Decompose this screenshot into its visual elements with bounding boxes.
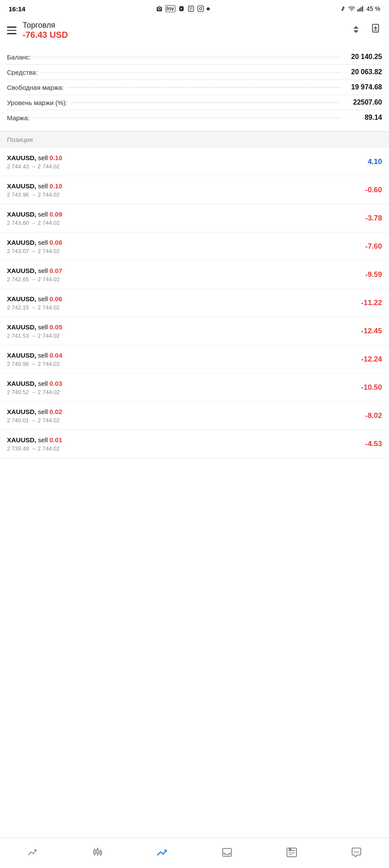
position-left-4: XAUUSD, sell 0.07 2 742.65 → 2 744.02: [7, 267, 62, 283]
nav-trending[interactable]: [130, 846, 194, 858]
sort-icon: [350, 23, 362, 36]
position-left-0: XAUUSD, sell 0.10 2 744.43 → 2 744.02: [7, 154, 62, 170]
position-type-4: sell: [38, 267, 48, 274]
add-document-button[interactable]: [370, 23, 382, 37]
nav-inbox[interactable]: [194, 846, 259, 858]
news-icon: [286, 846, 298, 858]
balance-dots-2: [66, 87, 340, 88]
svg-point-38: [354, 851, 356, 852]
position-type-0: sell: [38, 154, 48, 161]
nav-news[interactable]: [259, 846, 324, 858]
position-item-9[interactable]: XAUUSD, sell 0.02 2 740.01 → 2 744.02 -8…: [0, 402, 389, 430]
svg-rect-4: [198, 6, 203, 11]
balance-value-2: 19 974.68: [343, 83, 382, 91]
position-item-1[interactable]: XAUUSD, sell 0.10 2 743.96 → 2 744.02 -0…: [0, 176, 389, 204]
position-lot-10: 0.01: [49, 436, 62, 444]
position-item-8[interactable]: XAUUSD, sell 0.03 2 740.52 → 2 744.02 -1…: [0, 374, 389, 402]
svg-rect-11: [362, 6, 363, 11]
position-type-3: sell: [38, 239, 48, 246]
page-title: Торговля: [23, 21, 68, 30]
chat-icon: [350, 846, 363, 858]
position-left-7: XAUUSD, sell 0.04 2 740.96 → 2 744.02: [7, 352, 62, 367]
position-item-0[interactable]: XAUUSD, sell 0.10 2 744.43 → 2 744.02 4.…: [0, 148, 389, 176]
position-item-5[interactable]: XAUUSD, sell 0.06 2 742.15 → 2 744.02 -1…: [0, 289, 389, 317]
svg-rect-8: [357, 10, 358, 12]
svg-rect-9: [359, 8, 360, 11]
nav-chart[interactable]: [65, 846, 129, 858]
position-item-7[interactable]: XAUUSD, sell 0.04 2 740.96 → 2 744.02 -1…: [0, 345, 389, 374]
svg-rect-33: [287, 848, 297, 857]
position-left-10: XAUUSD, sell 0.01 2 739.49 → 2 744.02: [7, 436, 62, 452]
balance-dots-3: [70, 102, 340, 103]
position-left-8: XAUUSD, sell 0.03 2 740.52 → 2 744.02: [7, 380, 62, 395]
svg-point-6: [202, 7, 203, 8]
position-item-2[interactable]: XAUUSD, sell 0.09 2 743.60 → 2 744.02 -3…: [0, 204, 389, 233]
wpforms-status-icon: [188, 5, 194, 12]
wifi-icon: [348, 5, 355, 12]
position-left-5: XAUUSD, sell 0.06 2 742.15 → 2 744.02: [7, 295, 62, 311]
trade-icon: [26, 846, 39, 858]
svg-rect-23: [97, 849, 99, 854]
position-lot-0: 0.10: [49, 154, 62, 161]
position-type-8: sell: [38, 380, 48, 387]
position-type-5: sell: [38, 295, 48, 302]
nav-trade[interactable]: [0, 846, 65, 858]
svg-rect-37: [289, 848, 291, 850]
position-symbol-6: XAUUSD,: [7, 323, 36, 331]
trending-icon: [156, 846, 168, 858]
position-prices-3: 2 743.07 → 2 744.02: [7, 248, 62, 254]
position-lot-2: 0.09: [49, 210, 62, 218]
svg-point-5: [199, 7, 201, 10]
header-right: [350, 23, 382, 37]
position-pnl-10: -4.53: [352, 440, 382, 448]
svg-rect-12: [363, 6, 364, 12]
position-pnl-7: -12.24: [352, 355, 382, 364]
position-prices-10: 2 739.49 → 2 744.02: [7, 445, 62, 452]
position-prices-1: 2 743.96 → 2 744.02: [7, 191, 62, 198]
position-type-10: sell: [38, 436, 48, 444]
position-symbol-8: XAUUSD,: [7, 380, 36, 387]
account-balance-header: -76.43 USD: [23, 30, 68, 40]
svg-rect-10: [360, 7, 361, 12]
nav-chat[interactable]: [324, 846, 389, 858]
status-bar: 16:14 Inv: [0, 0, 389, 17]
svg-rect-32: [223, 848, 231, 856]
position-item-10[interactable]: XAUUSD, sell 0.01 2 739.49 → 2 744.02 -4…: [0, 430, 389, 458]
position-pnl-3: -7.60: [352, 242, 382, 251]
position-left-1: XAUUSD, sell 0.10 2 743.96 → 2 744.02: [7, 182, 62, 198]
position-pnl-9: -8.02: [352, 411, 382, 420]
svg-line-17: [29, 852, 31, 855]
balance-section: Баланс: 20 140.25 Средства: 20 063.82 Св…: [0, 45, 389, 131]
menu-button[interactable]: [7, 26, 16, 34]
instagram-status-icon: [197, 5, 204, 12]
header-left: Торговля -76.43 USD: [7, 21, 68, 40]
notification-dot: [207, 7, 210, 10]
position-symbol-9: XAUUSD,: [7, 408, 36, 415]
position-symbol-row-10: XAUUSD, sell 0.01: [7, 436, 62, 444]
status-icons: Inv: [156, 5, 210, 12]
inv-icon: Inv: [165, 5, 175, 12]
position-item-4[interactable]: XAUUSD, sell 0.07 2 742.65 → 2 744.02 -9…: [0, 261, 389, 289]
position-item-3[interactable]: XAUUSD, sell 0.08 2 743.07 → 2 744.02 -7…: [0, 233, 389, 261]
position-lot-6: 0.05: [49, 323, 62, 331]
position-item-6[interactable]: XAUUSD, sell 0.05 2 741.53 → 2 744.02 -1…: [0, 317, 389, 345]
balance-dots-1: [40, 72, 340, 72]
position-prices-4: 2 742.65 → 2 744.02: [7, 276, 62, 283]
position-symbol-4: XAUUSD,: [7, 267, 36, 274]
position-left-3: XAUUSD, sell 0.08 2 743.07 → 2 744.02: [7, 239, 62, 254]
position-symbol-row-0: XAUUSD, sell 0.10: [7, 154, 62, 161]
svg-line-29: [158, 852, 161, 855]
svg-line-18: [31, 852, 33, 854]
balance-dots-0: [33, 57, 340, 57]
sort-button[interactable]: [350, 23, 362, 37]
position-symbol-7: XAUUSD,: [7, 352, 36, 359]
balance-row-0: Баланс: 20 140.25: [7, 49, 382, 65]
position-type-7: sell: [38, 352, 48, 359]
position-symbol-0: XAUUSD,: [7, 154, 36, 161]
balance-value-4: 89.14: [343, 114, 382, 122]
svg-point-40: [358, 851, 359, 852]
position-pnl-4: -9.59: [352, 270, 382, 279]
position-symbol-1: XAUUSD,: [7, 182, 36, 190]
position-lot-3: 0.08: [49, 239, 62, 246]
camera-status-icon: [156, 5, 163, 12]
